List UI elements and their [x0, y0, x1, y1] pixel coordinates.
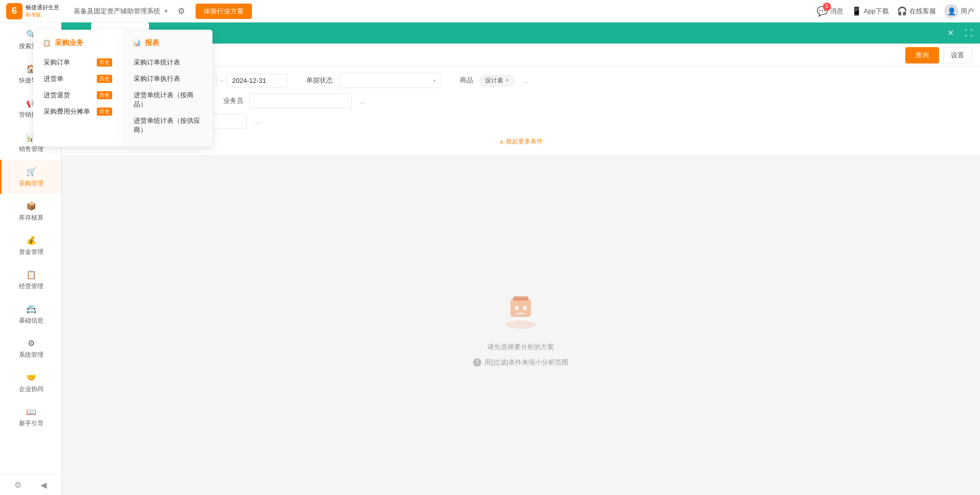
- sidebar-label-inventory: 库存核算: [19, 213, 44, 222]
- system-icon: ⚙: [26, 337, 37, 349]
- empty-tip1: 请先选择要分析的方案: [487, 342, 554, 352]
- dropdown-left-title: 采购业务: [55, 38, 83, 48]
- sidebar-collapse-icon[interactable]: ◀: [40, 480, 47, 490]
- hist-badge-1: 历史: [97, 75, 112, 83]
- sidebar-label-purchase: 采购管理: [19, 179, 44, 188]
- salesman-value: [255, 96, 262, 105]
- user-avatar: 👤: [944, 4, 958, 18]
- date-end-value: 2024-12-31: [232, 77, 266, 84]
- empty-illustration: [495, 284, 546, 336]
- sidebar-item-guide[interactable]: 📖 新手引导: [0, 400, 61, 434]
- system-title-area: 装备及固定资产辅助管理系统 ▾ ⚙ 体验行业方案: [68, 4, 817, 19]
- toolbar-right: 查询 设置: [905, 47, 972, 63]
- inbound-stats-goods-label: 进货单统计表（按商品）: [134, 91, 202, 109]
- sidebar-item-capital[interactable]: 💰 资金管理: [0, 228, 61, 263]
- message-badge: 5: [823, 3, 831, 11]
- app-download-btn[interactable]: 📱 App下载: [851, 6, 889, 16]
- salesman-input[interactable]: [249, 93, 352, 109]
- dropdown-left-header: 📋 采购业务: [41, 38, 114, 48]
- basic-icon: 📇: [26, 303, 37, 314]
- doc-status-arrow: ▾: [433, 78, 436, 83]
- user-btn[interactable]: 👤 用户: [944, 4, 974, 18]
- dropdown-item-inbound-stats-supplier[interactable]: 进货单统计表（按供应商）: [132, 113, 204, 138]
- goods-tag: 设计素 ×: [479, 75, 515, 87]
- goods-tag-close[interactable]: ×: [505, 77, 509, 84]
- business-icon: 📋: [26, 269, 37, 280]
- dropdown-item-purchase-order[interactable]: 采购订单 历史: [41, 54, 114, 71]
- sidebar-item-basic[interactable]: 📇 基础信息: [0, 297, 61, 331]
- collapse-label: 收起更多条件: [506, 137, 543, 146]
- setting-btn[interactable]: 设置: [943, 47, 972, 63]
- capital-icon: 💰: [26, 234, 37, 246]
- sidebar-label-system: 系统管理: [19, 351, 44, 359]
- report-col-icon: 📊: [132, 38, 142, 48]
- sidebar-label-collab: 企业协同: [19, 385, 44, 394]
- sidebar-label-guide: 新手引导: [19, 419, 44, 428]
- system-title-dropdown-icon[interactable]: ▾: [164, 7, 168, 15]
- sidebar-item-purchase[interactable]: 🛒 采购管理: [0, 160, 61, 194]
- system-title-text: 装备及固定资产辅助管理系统: [74, 7, 160, 16]
- dropdown-columns: 📋 采购业务 采购订单 历史 进货单 历史 进货退货 历史 采购费用分摊单: [41, 38, 204, 138]
- dropdown-col-left: 📋 采购业务 采购订单 历史 进货单 历史 进货退货 历史 采购费用分摊单: [41, 38, 114, 138]
- sidebar-item-collab[interactable]: 🤝 企业协同: [0, 365, 61, 400]
- dropdown-right-header: 📊 报表: [132, 38, 204, 48]
- hist-badge-0: 历史: [97, 58, 112, 67]
- purchase-order-label: 采购订单: [44, 58, 70, 67]
- online-service-btn[interactable]: 🎧 在线客服: [897, 6, 936, 16]
- goods-ellipsis[interactable]: ...: [521, 77, 530, 84]
- app-label: App下载: [864, 7, 889, 16]
- sidebar-item-system[interactable]: ⚙ 系统管理: [0, 331, 61, 365]
- query-btn[interactable]: 查询: [905, 47, 939, 63]
- logo-icon: 6: [6, 3, 23, 19]
- message-label: 消息: [830, 7, 843, 16]
- dropdown-divider: [118, 38, 119, 138]
- industry-btn[interactable]: 体验行业方案: [196, 4, 252, 19]
- purchase-icon: 🛒: [26, 166, 37, 177]
- user-label: 用户: [961, 7, 974, 16]
- top-bar: 6 畅捷通好生意 标准版 装备及固定资产辅助管理系统 ▾ ⚙ 体验行业方案 💬 …: [0, 0, 980, 23]
- dropdown-col-right: 📊 报表 采购订单统计表 采购订单执行表 进货单统计表（按商品） 进货单统计表（…: [123, 30, 212, 146]
- sidebar-label-capital: 资金管理: [19, 248, 44, 256]
- sidebar-label-business: 经营管理: [19, 282, 44, 291]
- inventory-icon: 📦: [26, 200, 37, 211]
- sidebar-item-business[interactable]: 📋 经营管理: [0, 263, 61, 297]
- empty-state: 请先选择要分析的方案 2 用[过滤]条件来缩小分析范围: [61, 156, 980, 495]
- sidebar-settings-icon[interactable]: ⚙: [14, 480, 22, 490]
- logo-text: 畅捷通好生意 标准版: [26, 4, 59, 18]
- doc-status-select[interactable]: ▾: [339, 73, 441, 88]
- doc-status-label: 单据状态: [306, 76, 333, 85]
- message-btn[interactable]: 💬 5 消息: [817, 6, 843, 17]
- dropdown-item-expense[interactable]: 采购费用分摊单 历史: [41, 103, 114, 120]
- tab-close-all-icon[interactable]: ✕: [943, 26, 957, 40]
- order-exec-label: 采购订单执行表: [134, 74, 180, 83]
- purchase-dropdown-menu: 📋 采购业务 采购订单 历史 进货单 历史 进货退货 历史 采购费用分摊单: [33, 30, 212, 146]
- goods-label: 商品: [460, 76, 473, 85]
- main-layout: 🔍 搜索菜单 🏠 快捷导航 📢 营销推广 📊 销售管理 🛒 采购管理 📦 库存核…: [0, 23, 980, 495]
- collab-icon: 🤝: [26, 372, 37, 383]
- dropdown-item-inbound-stats-goods[interactable]: 进货单统计表（按商品）: [132, 87, 204, 113]
- dropdown-item-order-stats[interactable]: 采购订单统计表: [132, 54, 204, 71]
- sidebar-bottom: ⚙ ◀: [0, 475, 61, 495]
- salesman-ellipsis[interactable]: ...: [358, 97, 368, 105]
- inbound-stats-supplier-label: 进货单统计表（按供应商）: [134, 116, 202, 135]
- notification-icon: 💬 5: [817, 6, 828, 17]
- headset-icon: 🎧: [897, 6, 907, 16]
- dropdown-item-inbound[interactable]: 进货单 历史: [41, 71, 114, 87]
- hist-badge-2: 历史: [97, 91, 112, 99]
- sidebar-item-inventory[interactable]: 📦 库存核算: [0, 194, 61, 228]
- return-label: 进货退货: [44, 91, 70, 100]
- top-right: 💬 5 消息 📱 App下载 🎧 在线客服 👤 用户: [817, 4, 974, 18]
- svg-point-4: [523, 306, 527, 310]
- goods-tag-value: 设计素: [485, 76, 503, 85]
- customer-ellipsis[interactable]: ...: [253, 118, 263, 125]
- logo-area: 6 畅捷通好生意 标准版: [6, 3, 68, 19]
- date-separator: ~: [220, 77, 224, 84]
- date-end-input[interactable]: 2024-12-31: [226, 74, 288, 88]
- tab-expand-icon[interactable]: ⛶: [962, 26, 976, 40]
- dropdown-item-return[interactable]: 进货退货 历史: [41, 87, 114, 103]
- system-settings-icon[interactable]: ⚙: [175, 5, 187, 17]
- dropdown-item-order-exec[interactable]: 采购订单执行表: [132, 71, 204, 87]
- svg-point-3: [515, 306, 519, 310]
- order-stats-label: 采购订单统计表: [134, 58, 180, 67]
- dropdown-right-title: 报表: [145, 38, 159, 48]
